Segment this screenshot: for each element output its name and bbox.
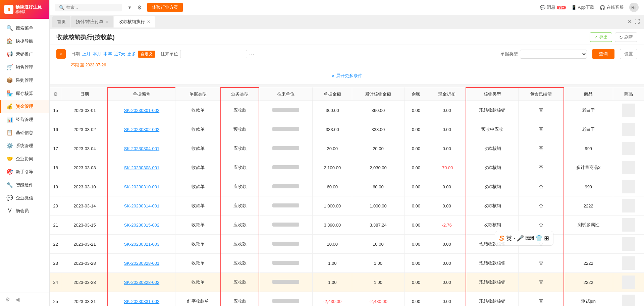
td-biz-type: 应收款 (221, 177, 259, 196)
sidebar-item-finance[interactable]: 💰资金管理 (0, 100, 49, 113)
doc-no-link[interactable]: SK-20230301-002 (124, 108, 160, 113)
tab-writeoff-label: 收款核销执行 (119, 19, 145, 25)
sidebar-item-inventory[interactable]: 🏪库存核算 (0, 87, 49, 100)
settings-icon[interactable]: ⚙ (5, 296, 10, 303)
td-writeoff-type: 现结收款核销 (466, 235, 518, 254)
td-no: 21 (50, 216, 62, 235)
topbar-dropdown[interactable]: ▼ (127, 5, 132, 10)
sidebar-item-enterprise[interactable]: 🤝企业协同 (0, 152, 49, 165)
app-download-btn[interactable]: 📱 App下载 (571, 4, 594, 10)
doc-no-link[interactable]: SK-20230331-002 (124, 299, 160, 304)
table-row: 22 2023-03-21 SK-20230321-003 收款单 应收款 10… (50, 235, 644, 254)
tab-prepay-close[interactable]: ✕ (105, 19, 109, 24)
doctype-select[interactable] (520, 50, 587, 59)
td-goods: 2222 (564, 254, 613, 273)
basic-icon: 📋 (6, 129, 13, 136)
td-goods2 (613, 254, 644, 273)
td-goods2 (613, 273, 644, 292)
doc-no-link[interactable]: SK-20230328-002 (124, 280, 160, 285)
expand-more-row[interactable]: ∨ 展开更多条件 (56, 71, 637, 80)
main-area: 🔍 ▼ ⚙ 体验行业方案 💬 消息 99+ 📱 App下载 🎧 在线客服 Rit (50, 0, 644, 306)
td-writeoff: 20.00 (352, 139, 404, 158)
doc-no-link[interactable]: SK-20230321-003 (124, 242, 160, 247)
td-amount: 3,390.00 (313, 216, 352, 235)
td-goods: 老白干 (564, 101, 613, 120)
th-settings[interactable]: ⚙ (50, 87, 62, 101)
date-custom-btn[interactable]: 自定义 (138, 51, 155, 58)
search-bar[interactable]: 🔍 (55, 4, 122, 11)
tab-writeoff[interactable]: 收款核销执行 ✕ (114, 16, 155, 27)
doc-no-link[interactable]: SK-20230310-001 (124, 184, 160, 189)
sidebar-item-label-member: 畅会员 (16, 208, 29, 214)
settings-btn[interactable]: 设置 (620, 49, 637, 59)
sidebar-item-member[interactable]: V畅会员 (0, 204, 49, 217)
partner-input[interactable] (180, 50, 247, 58)
industry-btn[interactable]: 体验行业方案 (147, 3, 183, 12)
tab-home[interactable]: 首页 (52, 16, 70, 27)
sidebar-item-system[interactable]: ⚙️系统管理 (0, 139, 49, 152)
td-writeoff-type: 收款核销 (466, 158, 518, 177)
sidebar-item-basic[interactable]: 📋基础信息 (0, 126, 49, 139)
notification-btn[interactable]: 💬 消息 99+ (540, 4, 566, 10)
tabbar-actions: ✕ ⛶ (628, 18, 644, 25)
doc-no-link[interactable]: SK-20230308-001 (124, 165, 160, 170)
td-amount: 10.00 (313, 235, 352, 254)
date-more[interactable]: 更多 (127, 51, 136, 57)
doc-no-link[interactable]: SK-20230315-002 (124, 223, 160, 228)
sidebar-item-label-shortcut: 快捷导航 (16, 38, 33, 44)
sidebar-item-search[interactable]: 🔍搜索菜单 (0, 21, 49, 35)
search-icon: 🔍 (59, 5, 64, 10)
online-service-btn[interactable]: 🎧 在线客服 (600, 4, 624, 10)
guide-icon: 🎯 (6, 169, 13, 175)
sidebar-item-marketing[interactable]: 📢营销推广 (0, 48, 49, 61)
sidebar-item-operation[interactable]: 📊经营管理 (0, 113, 49, 126)
td-discount: -70.00 (428, 158, 466, 177)
doc-no-link[interactable]: SK-20230314-001 (124, 203, 160, 208)
finance-icon: 💰 (6, 103, 13, 110)
doc-no-link[interactable]: SK-20230302-002 (124, 127, 160, 132)
refresh-btn[interactable]: ↻ 刷新 (615, 33, 637, 42)
member-icon: V (6, 208, 13, 214)
sidebar: 6 畅康道好生意 标准版 🔍搜索菜单🏠快捷导航📢营销推广🛒销售管理📦采购管理🏪库… (0, 0, 50, 306)
export-btn[interactable]: ↗ 导出 (590, 33, 612, 42)
close-window-icon[interactable]: ✕ (628, 18, 632, 25)
td-goods2 (613, 196, 644, 216)
sidebar-item-shortcut[interactable]: 🏠快捷导航 (0, 35, 49, 48)
table-row: 20 2023-03-14 SK-20230314-001 收款单 应收款 1,… (50, 196, 644, 216)
th-included: 包含已结清 (519, 87, 564, 101)
user-avatar[interactable]: Rit (629, 3, 639, 12)
date-this-month[interactable]: 本月 (93, 51, 101, 57)
sales-icon: 🛒 (6, 64, 13, 70)
td-discount: 0.00 (428, 196, 466, 216)
sidebar-item-wechat[interactable]: 💬企业微信 (0, 191, 49, 204)
settings-gear-icon[interactable]: ⚙ (137, 4, 142, 11)
td-biz-type: 应收款 (221, 139, 259, 158)
sidebar-item-guide[interactable]: 🎯新手引导 (0, 165, 49, 178)
td-amount: 2,100.00 (313, 158, 352, 177)
doc-no-link[interactable]: SK-20230328-001 (124, 261, 160, 266)
col-settings-icon[interactable]: ⚙ (53, 91, 58, 97)
search-input[interactable] (66, 5, 113, 10)
query-btn[interactable]: 查询 (592, 49, 614, 59)
td-balance: 0.00 (404, 254, 428, 273)
sidebar-item-sales[interactable]: 🛒销售管理 (0, 61, 49, 74)
td-doc-type: 收款单 (175, 158, 221, 177)
tab-prepay[interactable]: 预付/冲应付单 ✕ (71, 16, 113, 27)
doctype-filter: 单据类型 (500, 50, 587, 59)
doc-no-link[interactable]: SK-20230304-001 (124, 146, 160, 151)
date-this-year[interactable]: 本年 (103, 51, 112, 57)
dropdown-icon: ▼ (127, 5, 132, 10)
filter-expand-btn[interactable]: » (56, 49, 66, 59)
maximize-icon[interactable]: ⛶ (635, 19, 640, 25)
sidebar-item-hardware[interactable]: 🔧智能硬件 (0, 178, 49, 191)
date-last-month[interactable]: 上月 (82, 51, 91, 57)
td-doc-no: SK-20230314-001 (108, 196, 175, 216)
data-table-wrapper: ⚙ 日期 单据编号 单据类型 业务类型 往来单位 单据金额 累计核销金额 余额 … (50, 87, 644, 306)
table-row: 24 2023-03-28 SK-20230328-002 收款单 应收款 1.… (50, 273, 644, 292)
partner-dots[interactable]: ··· (249, 52, 255, 57)
collapse-icon[interactable]: ◀ (15, 296, 19, 303)
sidebar-item-purchase[interactable]: 📦采购管理 (0, 74, 49, 87)
tab-writeoff-close[interactable]: ✕ (147, 19, 150, 24)
date-7days[interactable]: 近7天 (114, 51, 125, 57)
td-balance: 0.00 (404, 177, 428, 196)
